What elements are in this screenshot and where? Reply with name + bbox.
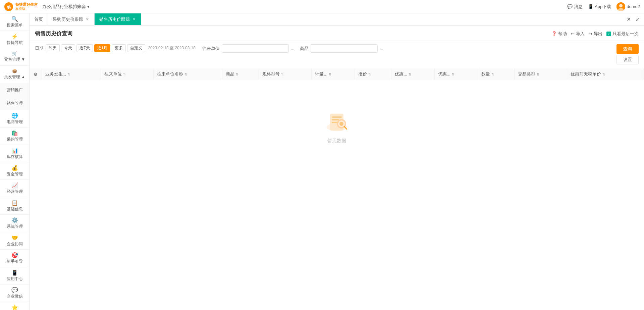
th-spec-label: 规格型号 xyxy=(262,71,280,77)
export-icon: ↪ xyxy=(589,31,592,36)
th-partner-code[interactable]: 往来单位 ⇅ xyxy=(101,68,154,80)
th-quote-label: 报价 xyxy=(358,71,367,77)
sidebar-item-marketing[interactable]: 营销推广 xyxy=(0,83,29,97)
date-btn-yesterday[interactable]: 昨天 xyxy=(46,44,60,52)
sidebar-item-shortcut[interactable]: ⚡ 快捷导航 xyxy=(0,31,29,48)
sidebar-item-purchase[interactable]: 🛍️ 采购管理 xyxy=(0,127,29,145)
th-partner-name-label: 往来单位名称 xyxy=(157,71,183,77)
partner-input[interactable] xyxy=(222,44,289,53)
th-discount1-label: 优惠... xyxy=(395,71,407,77)
avatar xyxy=(616,2,625,11)
sidebar-item-search[interactable]: 🔍 搜索菜单 xyxy=(0,13,29,31)
th-trade-type-label: 交易类型 xyxy=(518,71,535,77)
sort-icon: ⇅ xyxy=(368,72,371,76)
settings-button[interactable]: 设置 xyxy=(616,55,639,64)
sidebar-item-enterprise-wechat[interactable]: 💬 企业微信 xyxy=(0,285,29,302)
sidebar-item-system[interactable]: ⚙️ 系统管理 xyxy=(0,215,29,232)
date-btn-1month[interactable]: 近1月 xyxy=(94,44,111,52)
th-spec[interactable]: 规格型号 ⇅ xyxy=(259,68,312,80)
sidebar-item-cooperation[interactable]: 🤝 企业协同 xyxy=(0,232,29,250)
message-button[interactable]: 💬 消息 xyxy=(567,4,583,10)
th-quantity[interactable]: 数量 ⇅ xyxy=(478,68,515,80)
th-discount1[interactable]: 优惠... ⇅ xyxy=(391,68,435,80)
query-button[interactable]: 查询 xyxy=(616,44,639,54)
filter-action-buttons: 查询 设置 xyxy=(616,44,639,64)
tab-purchase-close[interactable]: ✕ xyxy=(85,17,90,22)
tab-sales-close[interactable]: ✕ xyxy=(132,17,136,22)
th-product-label: 商品 xyxy=(226,71,234,77)
th-biz-date[interactable]: 业务发生... ⇅ xyxy=(42,68,101,80)
wholesale-icon: 📦 xyxy=(12,69,17,73)
date-label: 日期 xyxy=(35,45,44,51)
tab-sales[interactable]: 销售历史价跟踪 ✕ xyxy=(95,13,141,25)
tab-home[interactable]: 首页 xyxy=(30,13,48,25)
only-last-checkbox[interactable]: ✓ 只看最后一次 xyxy=(606,31,639,37)
sort-icon: ⇅ xyxy=(452,72,454,76)
empty-text: 暂无数据 xyxy=(327,138,346,144)
user-menu[interactable]: demo2 xyxy=(616,2,640,11)
th-gear[interactable]: ⚙ xyxy=(30,68,42,80)
svg-text:畅: 畅 xyxy=(7,5,11,9)
svg-rect-8 xyxy=(332,119,339,120)
sidebar-item-wholesale[interactable]: 📦 批发管理 ▲ xyxy=(0,66,29,83)
empty-icon xyxy=(323,107,350,134)
sort-icon: ⇅ xyxy=(602,72,605,76)
basic-info-icon: 📋 xyxy=(11,200,18,206)
sidebar-item-basic-info[interactable]: 📋 基础信息 xyxy=(0,197,29,215)
sidebar-item-vip[interactable]: ⭐ 畅会员 xyxy=(0,302,29,310)
th-pretax-price[interactable]: 优惠前无税单价 ⇅ xyxy=(567,68,644,80)
date-btn-more[interactable]: 更多 xyxy=(112,44,126,52)
product-input[interactable] xyxy=(311,44,378,53)
app-download-button[interactable]: 📱 App下载 xyxy=(588,4,611,10)
enterprise-wechat-icon: 💬 xyxy=(11,287,18,293)
tab-purchase[interactable]: 采购历史价跟踪 ✕ xyxy=(48,13,95,25)
table-header-row: ⚙ 业务发生... ⇅ 往来单位 xyxy=(30,68,644,80)
download-icon: 📱 xyxy=(588,4,593,9)
sidebar-item-newbie[interactable]: 🎯 新手引导 xyxy=(0,250,29,267)
sort-icon: ⇅ xyxy=(184,72,187,76)
import-button[interactable]: ↩ 导入 xyxy=(571,31,585,37)
th-unit-label: 计量... xyxy=(315,71,327,77)
th-unit[interactable]: 计量... ⇅ xyxy=(312,68,355,80)
sort-icon: ⇅ xyxy=(537,72,539,76)
th-product[interactable]: 商品 ⇅ xyxy=(222,68,259,80)
page-header: 销售历史价查询 ❓ 帮助 ↩ 导入 ↪ 导出 ✓ xyxy=(30,25,644,41)
svg-rect-7 xyxy=(332,116,342,118)
sidebar-item-retail[interactable]: 🛒 零售管理 ▼ xyxy=(0,48,29,66)
finance-icon: 💰 xyxy=(11,165,18,171)
workspace-selector[interactable]: 办公用品行业模拟账套 ▾ xyxy=(40,3,92,10)
sidebar-item-inventory[interactable]: 📊 库存核算 xyxy=(0,145,29,162)
sidebar-item-operations[interactable]: 📈 经营管理 xyxy=(0,180,29,197)
help-button[interactable]: ❓ 帮助 xyxy=(551,31,567,37)
export-button[interactable]: ↪ 导出 xyxy=(589,31,602,37)
sidebar-item-finance[interactable]: 💰 资金管理 xyxy=(0,162,29,180)
purchase-icon: 🛍️ xyxy=(11,130,18,136)
date-filters: 昨天 今天 近7天 近1月 更多 自定义 2023-02-18 至 2023-0… xyxy=(46,44,196,52)
th-partner-name[interactable]: 往来单位名称 ⇅ xyxy=(154,68,222,80)
page-title: 销售历史价查询 xyxy=(35,30,72,37)
sort-icon: ⇅ xyxy=(123,72,126,76)
maximize-button[interactable]: ⤢ xyxy=(634,15,641,23)
filter-inputs: 往来单位 ... 商品 ... xyxy=(202,44,610,53)
tab-bar-actions: ✕ ⤢ xyxy=(623,13,644,25)
sort-icon: ⇅ xyxy=(329,72,331,76)
partner-filter: 往来单位 ... xyxy=(202,44,294,53)
cooperation-icon: 🤝 xyxy=(11,235,18,241)
sidebar-item-label: 搜索菜单 xyxy=(7,23,23,28)
th-trade-type[interactable]: 交易类型 ⇅ xyxy=(515,68,567,80)
page-header-actions: ❓ 帮助 ↩ 导入 ↪ 导出 ✓ 只看最后一次 xyxy=(551,31,639,37)
date-btn-7days[interactable]: 近7天 xyxy=(76,44,93,52)
sidebar-item-sales-mgmt[interactable]: 销售管理 xyxy=(0,97,29,110)
sidebar-item-ecommerce[interactable]: 🌐 电商管理 xyxy=(0,110,29,127)
help-icon: ❓ xyxy=(551,31,557,36)
date-btn-today[interactable]: 今天 xyxy=(61,44,75,52)
sidebar-item-app-center[interactable]: 📱 应用中心 xyxy=(0,267,29,285)
th-discount2[interactable]: 优惠... ⇅ xyxy=(435,68,478,80)
inventory-icon: 📊 xyxy=(11,147,18,154)
import-icon: ↩ xyxy=(571,31,575,36)
th-quote[interactable]: 报价 ⇅ xyxy=(355,68,391,80)
close-window-button[interactable]: ✕ xyxy=(625,15,632,23)
date-filter-group: 日期 昨天 今天 近7天 近1月 更多 自定义 2023-02-18 至 202… xyxy=(35,44,196,52)
system-icon: ⚙️ xyxy=(11,217,18,223)
date-btn-custom[interactable]: 自定义 xyxy=(127,44,145,52)
